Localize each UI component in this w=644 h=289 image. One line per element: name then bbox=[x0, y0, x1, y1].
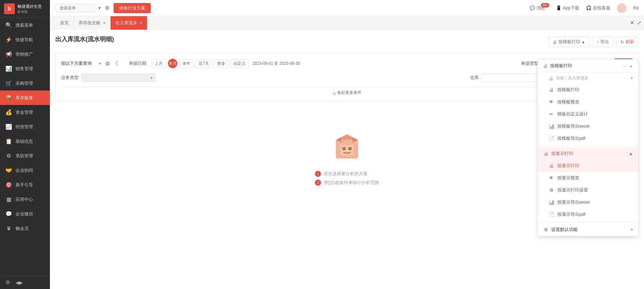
message-badge: 99+ bbox=[541, 3, 549, 7]
topbar: ▾ ⚙ 体验行业方案 💬 消息 99+ 📱 App下载 🎧 在线客服 Rit bbox=[50, 0, 644, 16]
tab-inout-flow[interactable]: 出入库流水 × bbox=[111, 16, 147, 30]
current-template-row: 🖨 当前：出入库流水 ▾ bbox=[538, 73, 638, 84]
sidebar-item-member[interactable]: ♛ 畅会员 bbox=[0, 221, 50, 236]
sidebar-logo: b 畅捷通好生意 标准版 bbox=[0, 0, 50, 18]
date-7days-btn[interactable]: 近7天 bbox=[196, 59, 212, 68]
sidebar-item-sales[interactable]: 📊 销售管理 bbox=[0, 61, 50, 76]
sidebar-item-operations[interactable]: 📈 经营管理 bbox=[0, 120, 50, 134]
sidebar-item-search[interactable]: 🔍 搜索菜单 bbox=[0, 18, 50, 32]
sidebar-item-guide[interactable]: 🎯 新手引导 bbox=[0, 178, 50, 192]
export-btn[interactable]: ↑ 导出 bbox=[592, 37, 614, 47]
svg-rect-8 bbox=[349, 148, 350, 149]
print-chevron-up-icon: ▲ bbox=[582, 40, 585, 44]
filter-label: 按以下方案查询 bbox=[61, 60, 92, 67]
member-icon: ♛ bbox=[5, 225, 12, 232]
panel-display-preview[interactable]: 👁 按显示预览 bbox=[538, 172, 638, 184]
panel-display-print[interactable]: 🖨 按显示打印 bbox=[538, 160, 638, 172]
filter-settings-btn[interactable]: ⚙ bbox=[105, 60, 110, 67]
sidebar-item-system[interactable]: ⚙ 系统管理 bbox=[0, 149, 50, 163]
collapse-icon: △ bbox=[333, 90, 336, 95]
date-this-month-btn[interactable]: 本月 bbox=[168, 59, 177, 68]
online-service-btn[interactable]: 🎧 在线客服 bbox=[586, 5, 610, 11]
tab-batch-close-icon[interactable]: × bbox=[103, 21, 106, 25]
sidebar-item-collab[interactable]: 🤝 企业协同 bbox=[0, 163, 50, 178]
display-pdf-icon: 📄 bbox=[549, 212, 554, 217]
add-filter-btn[interactable]: ＋ bbox=[97, 60, 103, 67]
sidebar-item-finance[interactable]: 💰 资金管理 bbox=[0, 105, 50, 120]
finance-icon: 💰 bbox=[5, 109, 12, 115]
sidebar-item-apps[interactable]: ▦ 应用中心 bbox=[0, 192, 50, 207]
tab-home[interactable]: 首页 bbox=[55, 16, 74, 30]
sidebar-footer: ⚙ ◀▶ bbox=[0, 275, 50, 289]
username-label[interactable]: Rit bbox=[633, 5, 639, 10]
headset-icon: 🎧 bbox=[586, 5, 591, 10]
topbar-search-area: ▾ bbox=[55, 4, 101, 12]
sidebar-logo-text: 畅捷通好生意 标准版 bbox=[18, 4, 42, 14]
collab-icon: 🤝 bbox=[5, 167, 12, 174]
avatar[interactable] bbox=[617, 3, 626, 13]
empty-step-2: 2 用[过滤]条件来缩小分析范围 bbox=[315, 180, 379, 186]
page-title: 出入库流水(流水明细) bbox=[55, 35, 114, 43]
panel-template-design[interactable]: ✏ 模板自定义设计 bbox=[538, 108, 638, 120]
panel-template-preview[interactable]: 👁 按模板预览 bbox=[538, 96, 638, 108]
print-panel: 🖨 按模板打印 ··· ▲ 🖨 当前：出入库流水 ▾ 🖨 按模板打印 bbox=[537, 59, 639, 236]
page-content: 出入库流水(流水明细) 🖨 按模板打印 ▲ ↑ 导出 ↻ 刷新 bbox=[50, 30, 644, 289]
tab-inout-close-icon[interactable]: × bbox=[140, 21, 142, 25]
date-custom-btn[interactable]: 自定义 bbox=[230, 59, 248, 68]
panel-template-print[interactable]: 🖨 按模板打印 bbox=[538, 84, 638, 96]
panel-display-excel[interactable]: 📊 按显示导出excel bbox=[538, 196, 638, 208]
sidebar-item-basic-info[interactable]: 📋 基础信息 bbox=[0, 134, 50, 149]
template-print-btn[interactable]: 🖨 按模板打印 ▲ bbox=[548, 37, 590, 47]
biz-type-select[interactable] bbox=[81, 74, 155, 82]
sidebar-item-wxwork[interactable]: 💬 企业微信 bbox=[0, 207, 50, 221]
panel-template-excel[interactable]: 📊 按模板导出excel bbox=[538, 120, 638, 132]
date-this-year-btn[interactable]: 本年 bbox=[179, 59, 194, 68]
panel-display-pdf[interactable]: 📄 按显示导出pdf bbox=[538, 208, 638, 220]
date-filter: 上月 本月 本年 近7天 更多 自定义 2023-06-01 至 2023-06… bbox=[152, 59, 300, 68]
panel-display-print-section[interactable]: 🖨 按显示打印 ▲ bbox=[538, 148, 638, 160]
message-btn[interactable]: 💬 消息 99+ bbox=[530, 5, 545, 11]
template-preview-icon: 👁 bbox=[549, 99, 554, 105]
display-preview-icon: 👁 bbox=[549, 175, 554, 181]
sidebar-item-inventory[interactable]: 📦 库存核算 bbox=[0, 90, 50, 105]
refresh-btn[interactable]: ↻ 刷新 bbox=[616, 37, 639, 47]
panel-default-settings[interactable]: ⚙ 设置默认功能 ▾ bbox=[538, 224, 638, 236]
sidebar-scroll: 🔍 搜索菜单 ⚡ 快捷导航 📢 营销推广 📊 销售管理 🛒 采购管理 📦 库存核… bbox=[0, 18, 50, 275]
search-input[interactable] bbox=[55, 4, 96, 12]
display-excel-icon: 📊 bbox=[549, 200, 554, 205]
date-last-month-btn[interactable]: 上月 bbox=[152, 59, 166, 68]
date-range-display: 2023-06-01 至 2023-06-30 bbox=[253, 61, 300, 67]
maximize-tab-btn[interactable]: ⤢ bbox=[637, 20, 641, 26]
settings-gear-icon[interactable]: ⚙ bbox=[105, 5, 110, 11]
settings-icon[interactable]: ⚙ bbox=[5, 279, 10, 286]
panel-display-print-settings[interactable]: ⚙ 按显示打印设置 bbox=[538, 184, 638, 196]
date-more-btn[interactable]: 更多 bbox=[214, 59, 228, 68]
panel-more-icon[interactable]: ··· bbox=[623, 63, 626, 69]
tab-batch-account[interactable]: 库存批次账 × bbox=[74, 16, 111, 30]
filter-collapse-btn[interactable]: 《 bbox=[113, 60, 118, 67]
empty-steps: 1 请先选择要分析的方案 2 用[过滤]条件来缩小分析范围 bbox=[315, 171, 379, 188]
template-print-icon: 🖨 bbox=[549, 87, 554, 93]
message-icon: 💬 bbox=[530, 5, 535, 10]
operations-icon: 📈 bbox=[5, 124, 12, 130]
trial-btn[interactable]: 体验行业方案 bbox=[114, 3, 151, 13]
display-print-section-icon: 🖨 bbox=[543, 151, 549, 156]
sidebar-item-quicknav[interactable]: ⚡ 快捷导航 bbox=[0, 32, 50, 47]
collapse-sidebar-icon[interactable]: ◀▶ bbox=[16, 280, 23, 285]
wxwork-icon: 💬 bbox=[5, 211, 12, 217]
app-download-btn[interactable]: 📱 App下载 bbox=[556, 5, 579, 11]
system-icon: ⚙ bbox=[5, 153, 12, 159]
panel-template-pdf[interactable]: 📄 按模板导出pdf bbox=[538, 132, 638, 144]
panel-chevron-up-icon[interactable]: ▲ bbox=[629, 64, 633, 68]
collapse-filter-btn[interactable]: △ 收起更多条件 bbox=[333, 90, 361, 96]
search-icon: 🔍 bbox=[5, 22, 12, 28]
empty-step-1: 1 请先选择要分析的方案 bbox=[315, 171, 379, 177]
warehouse-label: 仓库 bbox=[470, 75, 479, 81]
doc-type-label: 单据类型 bbox=[521, 60, 538, 67]
close-tab-btn[interactable]: ✕ bbox=[630, 20, 634, 26]
search-dropdown-icon[interactable]: ▾ bbox=[98, 5, 101, 10]
current-template-chevron[interactable]: ▾ bbox=[631, 76, 633, 80]
sidebar-item-marketing[interactable]: 📢 营销推广 bbox=[0, 47, 50, 61]
sidebar-item-purchase[interactable]: 🛒 采购管理 bbox=[0, 76, 50, 90]
default-settings-icon: ⚙ bbox=[543, 227, 549, 232]
